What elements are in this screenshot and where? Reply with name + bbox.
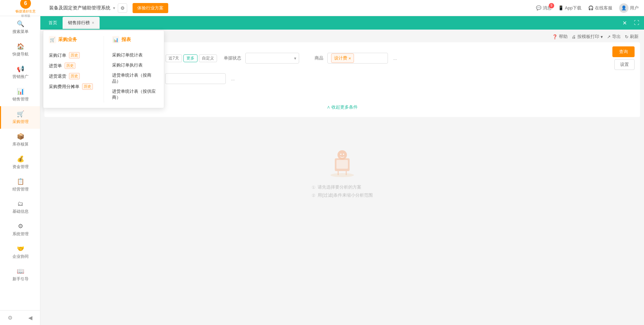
operation-icon: 📋 [17, 178, 24, 185]
sidebar-item-label: 经营管理 [12, 187, 29, 192]
headset-icon: 🎧 [588, 5, 594, 10]
tab-home[interactable]: 首页 [43, 17, 63, 29]
sidebar-settings-btn[interactable]: ⚙ [8, 315, 12, 321]
menu-item-incoming-by-goods[interactable]: 进货单统计表（按商品） [112, 70, 159, 86]
menu-item-expense[interactable]: 采购费用分摊单 历史 [49, 81, 96, 92]
sidebar-item-basic[interactable]: 🗂 基础信息 [0, 196, 40, 218]
menu-item-incoming-by-supplier[interactable]: 进货单统计表（按供应商） [112, 86, 159, 103]
print-template-link[interactable]: 🖨 按模板打印 ▾ [572, 34, 603, 40]
messages-button[interactable]: 💬 消息 9 [536, 5, 551, 11]
purchase-col-icon: 🛒 [49, 36, 56, 43]
report-col-icon: 📊 [112, 36, 119, 43]
sidebar-item-marketing[interactable]: 📢 营销推广 [0, 61, 40, 84]
sidebar-item-purchase[interactable]: 🛒 采购管理 [0, 106, 40, 129]
empty-tip-1: 请先选择要分析的方案 [312, 184, 372, 190]
report-col-title-text: 报表 [121, 37, 131, 43]
user-label: 用户 [630, 5, 639, 11]
user-button[interactable]: 👤 用户 [619, 3, 639, 13]
sidebar-item-guide[interactable]: 📖 新手引导 [0, 263, 40, 286]
menu-item-label: 进货退货 [49, 73, 66, 79]
goods-tag: 设计费 × [331, 53, 354, 63]
purchase-column-title: 🛒 采购业务 [49, 36, 96, 46]
history-badge: 历史 [69, 73, 80, 79]
tab-home-label: 首页 [48, 20, 57, 26]
app-download-button[interactable]: 📱 App下载 [558, 5, 581, 11]
menu-item-incoming[interactable]: 进货单 历史 [49, 60, 96, 71]
sidebar-item-system[interactable]: ⚙ 系统管理 [0, 218, 40, 241]
sidebar-item-label: 快捷导航 [12, 51, 29, 57]
svg-rect-2 [336, 160, 348, 169]
sidebar-item-label: 新手引导 [12, 276, 29, 282]
home-icon: 🏠 [17, 43, 24, 50]
system-icon: ⚙ [18, 222, 23, 230]
menu-item-purchase-order[interactable]: 采购订单 历史 [49, 50, 96, 60]
collapse-label: 收起更多条件 [331, 105, 358, 110]
sidebar-collapse-btn[interactable]: ◀ [28, 315, 32, 321]
export-link[interactable]: ↗ 导出 [607, 34, 621, 40]
empty-illustration [325, 147, 359, 180]
title-dropdown-arrow[interactable]: ▾ [113, 6, 115, 10]
export-icon: ↗ [607, 34, 611, 39]
online-service-button[interactable]: 🎧 在线客服 [588, 5, 612, 11]
guide-icon: 📖 [17, 268, 24, 275]
system-title-area: 装备及固定资产辅助管理系统 ▾ ⚙ 体验行业方案 [49, 3, 536, 13]
history-badge: 历史 [82, 83, 93, 90]
sidebar-item-inventory[interactable]: 📦 库存核算 [0, 129, 40, 151]
tab-sales-rank[interactable]: 销售排行榜 × [63, 17, 100, 29]
setting-button[interactable]: 设置 [614, 59, 635, 70]
shortcut-custom[interactable]: 自定义 [199, 54, 217, 62]
export-label: 导出 [612, 34, 621, 40]
marketing-icon: 📢 [17, 65, 24, 73]
sidebar-item-enterprise[interactable]: 🤝 企业协同 [0, 241, 40, 263]
salesperson-dots[interactable]: ... [231, 76, 235, 81]
sidebar-item-search[interactable]: 🔍 搜索菜单 [0, 16, 40, 39]
print-label: 按模板打印 [577, 34, 599, 40]
voucher-status-select[interactable] [245, 53, 299, 64]
menu-item-order-stats[interactable]: 采购订单统计表 [112, 50, 159, 60]
settings-gear-button[interactable]: ⚙ [118, 3, 127, 13]
refresh-link[interactable]: ↻ 刷新 [625, 34, 639, 40]
menu-item-return[interactable]: 进货退货 历史 [49, 71, 96, 81]
tab-close-icon[interactable]: × [92, 21, 94, 25]
menu-item-label: 采购订单 [49, 52, 66, 58]
app-download-label: App下载 [565, 5, 581, 11]
goods-tag-remove[interactable]: × [349, 56, 351, 61]
salesperson-input[interactable] [165, 73, 226, 84]
menu-item-label: 进货单统计表（按商品） [112, 72, 159, 84]
svg-point-3 [337, 150, 347, 160]
industry-solution-button[interactable]: 体验行业方案 [133, 3, 168, 13]
shortcut-more[interactable]: 更多 [183, 54, 198, 62]
print-dropdown-icon: ▾ [601, 34, 603, 39]
empty-state: 请先选择要分析的方案 用[过滤]条件来缩小分析范围 [44, 120, 640, 227]
inventory-icon: 📦 [17, 133, 24, 140]
basic-icon: 🗂 [17, 200, 24, 207]
sidebar-item-nav[interactable]: 🏠 快捷导航 [0, 39, 40, 61]
query-button[interactable]: 查询 [612, 46, 635, 57]
sidebar-item-label: 企业协同 [12, 254, 29, 259]
sidebar-item-label: 营销推广 [12, 74, 29, 80]
tab-close-window-icon[interactable]: ✕ [620, 18, 629, 28]
sales-icon: 📊 [17, 88, 24, 95]
system-title-text: 装备及固定资产辅助管理系统 [49, 5, 110, 11]
sidebar-item-label: 资金管理 [12, 164, 29, 170]
logo-area: 6 畅捷通好生意 标准版 [5, 0, 46, 18]
menu-item-order-exec[interactable]: 采购订单执行表 [112, 60, 159, 70]
svg-point-4 [340, 154, 342, 155]
sidebar-item-finance[interactable]: 💰 资金管理 [0, 151, 40, 174]
phone-icon: 📱 [558, 5, 564, 10]
sidebar-item-sales[interactable]: 📊 销售管理 [0, 84, 40, 106]
goods-more-dots[interactable]: ... [393, 56, 397, 61]
sidebar-item-operation[interactable]: 📋 经营管理 [0, 174, 40, 196]
sidebar-item-label: 搜索菜单 [12, 29, 29, 35]
purchase-col-title-text: 采购业务 [58, 37, 77, 43]
online-service-label: 在线客服 [595, 5, 612, 11]
avatar: 👤 [619, 3, 629, 13]
svg-point-0 [330, 173, 354, 177]
help-link[interactable]: ❓ 帮助 [552, 34, 568, 40]
refresh-icon: ↻ [625, 34, 629, 39]
date-shortcuts: 近7天 更多 自定义 [166, 54, 217, 62]
shortcut-7days[interactable]: 近7天 [166, 54, 182, 62]
goods-input[interactable]: 设计费 × [327, 53, 388, 64]
empty-tip-2: 用[过滤]条件来缩小分析范围 [312, 192, 372, 198]
tab-maximize-icon[interactable]: ⛶ [632, 18, 641, 28]
